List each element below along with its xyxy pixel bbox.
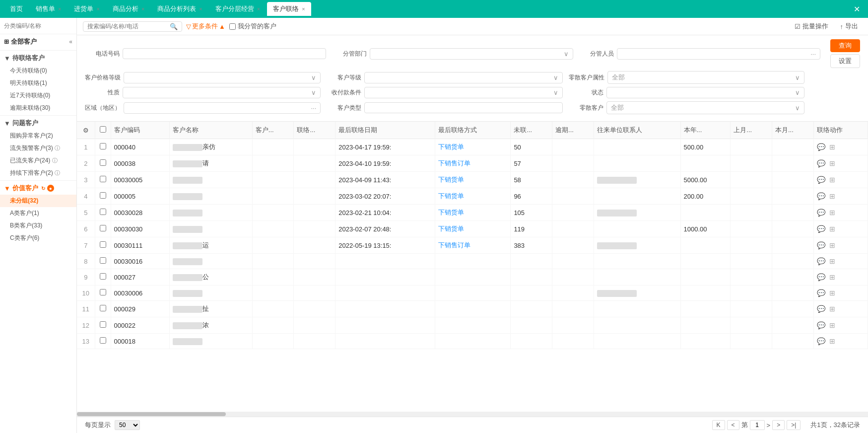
- row-checkbox[interactable]: [100, 273, 106, 280]
- method-link[interactable]: 下销货单: [438, 209, 464, 216]
- row-checkbox[interactable]: [100, 337, 106, 344]
- close-product-list-tab[interactable]: ×: [199, 6, 202, 12]
- all-customers-header[interactable]: ⊞ 全部客户 «: [0, 34, 76, 49]
- value-section-title[interactable]: ▼ 价值客户 ↻ ●: [0, 182, 76, 195]
- chat-icon[interactable]: 💬: [817, 289, 825, 297]
- filter-search-icon[interactable]: 🔍: [170, 23, 178, 30]
- close-product-analysis-tab[interactable]: ×: [141, 6, 144, 12]
- row-checkbox[interactable]: [100, 192, 106, 199]
- tab-customer-segment[interactable]: 客户分层经营 ×: [209, 2, 266, 16]
- customer-level-select[interactable]: ∨: [364, 72, 562, 83]
- cell-check[interactable]: [95, 188, 111, 205]
- row-checkbox[interactable]: [100, 305, 106, 311]
- cell-method[interactable]: [435, 301, 511, 317]
- chat-icon[interactable]: 💬: [817, 176, 825, 184]
- next-page-btn[interactable]: >: [772, 420, 785, 430]
- reset-btn[interactable]: 设置: [830, 54, 860, 68]
- row-checkbox[interactable]: [100, 176, 106, 182]
- grid-action-icon[interactable]: ⊞: [829, 241, 835, 249]
- grid-action-icon[interactable]: ⊞: [829, 192, 835, 200]
- cell-check[interactable]: [95, 301, 111, 317]
- tab-sales[interactable]: 销售单 ×: [30, 2, 67, 16]
- cell-check[interactable]: [95, 286, 111, 301]
- row-checkbox[interactable]: [100, 289, 106, 295]
- close-sales-tab[interactable]: ×: [58, 6, 61, 12]
- cell-method[interactable]: 下销货单: [435, 221, 511, 237]
- cell-check[interactable]: [95, 205, 111, 221]
- cell-method[interactable]: [435, 334, 511, 349]
- grid-action-icon[interactable]: ⊞: [829, 225, 835, 233]
- page-number-input[interactable]: [750, 420, 765, 430]
- phone-input[interactable]: [123, 48, 326, 59]
- cell-method[interactable]: 下销货单: [435, 188, 511, 205]
- sidebar-item-declining[interactable]: 持续下滑客户(2) ⓘ: [0, 167, 76, 179]
- close-purchase-tab[interactable]: ×: [96, 6, 99, 12]
- grid-action-icon[interactable]: ⊞: [829, 257, 835, 265]
- row-checkbox[interactable]: [100, 143, 106, 149]
- row-checkbox[interactable]: [100, 159, 106, 166]
- sidebar-item-churned[interactable]: 已流失客户(24) ⓘ: [0, 154, 76, 167]
- nature-select[interactable]: ∨: [123, 87, 321, 98]
- cell-check[interactable]: [95, 172, 111, 188]
- row-checkbox[interactable]: [100, 209, 106, 215]
- customer-type-input[interactable]: [364, 102, 562, 113]
- cell-method[interactable]: [435, 254, 511, 269]
- query-btn[interactable]: 查询: [830, 39, 860, 52]
- grid-action-icon[interactable]: ⊞: [829, 289, 835, 297]
- tab-home[interactable]: 首页: [4, 2, 29, 16]
- cell-method[interactable]: 下销货单: [435, 139, 511, 155]
- sidebar-item-churn-warning[interactable]: 流失预警客户(3) ⓘ: [0, 142, 76, 154]
- row-checkbox[interactable]: [100, 225, 106, 231]
- export-btn[interactable]: ↑ 导出: [836, 21, 863, 32]
- cell-check[interactable]: [95, 269, 111, 286]
- refresh-icon[interactable]: ↻: [41, 186, 45, 191]
- sidebar-item-ungroup[interactable]: 未分组(32): [0, 195, 76, 207]
- method-link[interactable]: 下销售订单: [438, 241, 470, 249]
- cell-check[interactable]: [95, 221, 111, 237]
- row-checkbox[interactable]: [100, 241, 106, 248]
- select-all-checkbox[interactable]: [100, 126, 106, 133]
- cell-check[interactable]: [95, 237, 111, 254]
- price-level-select[interactable]: ∨: [124, 72, 321, 83]
- sidebar-search-input[interactable]: [4, 22, 77, 29]
- sidebar-item-abnormal[interactable]: 囤购异常客户(2): [0, 130, 76, 142]
- tab-product-analysis[interactable]: 商品分析 ×: [107, 2, 150, 16]
- sidebar-item-tomorrow-pending[interactable]: 明天待联络(1): [0, 77, 76, 89]
- per-page-select[interactable]: 50 100: [115, 420, 140, 430]
- grid-action-icon[interactable]: ⊞: [829, 337, 835, 345]
- tab-purchase[interactable]: 进货单 ×: [68, 2, 105, 16]
- chat-icon[interactable]: 💬: [817, 209, 825, 216]
- my-customers-checkbox[interactable]: 我分管的客户: [229, 22, 276, 31]
- more-conditions-btn[interactable]: ▽ 更多条件 ▲: [186, 22, 225, 31]
- window-close-btn[interactable]: ✕: [850, 4, 864, 14]
- chat-icon[interactable]: 💬: [817, 257, 825, 265]
- cell-check[interactable]: [95, 139, 111, 155]
- chat-icon[interactable]: 💬: [817, 143, 825, 151]
- method-link[interactable]: 下销货单: [438, 225, 464, 232]
- batch-op-btn[interactable]: ☑ 批量操作: [791, 21, 832, 32]
- row-checkbox[interactable]: [100, 257, 106, 264]
- sidebar-item-today-pending[interactable]: 今天待联络(0): [0, 65, 76, 77]
- grid-action-icon[interactable]: ⊞: [829, 305, 835, 313]
- grid-action-icon[interactable]: ⊞: [829, 159, 835, 167]
- dept-select[interactable]: ∨: [370, 48, 573, 60]
- cell-method[interactable]: [435, 269, 511, 286]
- method-link[interactable]: 下销货单: [438, 143, 464, 150]
- grid-action-icon[interactable]: ⊞: [829, 143, 835, 151]
- scrollbar-thumb[interactable]: [77, 412, 226, 416]
- prev-page-btn[interactable]: <: [727, 420, 739, 430]
- method-link[interactable]: 下销售订单: [438, 159, 470, 167]
- sidebar-item-class-b[interactable]: B类客户(33): [0, 219, 76, 232]
- cell-check[interactable]: [95, 317, 111, 334]
- retail-attr-select[interactable]: 全部 ∨: [607, 71, 804, 84]
- grid-action-icon[interactable]: ⊞: [829, 321, 835, 329]
- chat-icon[interactable]: 💬: [817, 321, 825, 329]
- horizontal-scrollbar[interactable]: [77, 412, 868, 417]
- chat-icon[interactable]: 💬: [817, 305, 825, 313]
- chat-icon[interactable]: 💬: [817, 225, 825, 233]
- sidebar-item-7days-pending[interactable]: 近7天待联络(0): [0, 89, 76, 102]
- cell-check[interactable]: [95, 334, 111, 349]
- sidebar-item-class-a[interactable]: A类客户(1): [0, 207, 76, 219]
- filter-search-input[interactable]: [87, 23, 168, 30]
- close-customer-segment-tab[interactable]: ×: [257, 6, 260, 12]
